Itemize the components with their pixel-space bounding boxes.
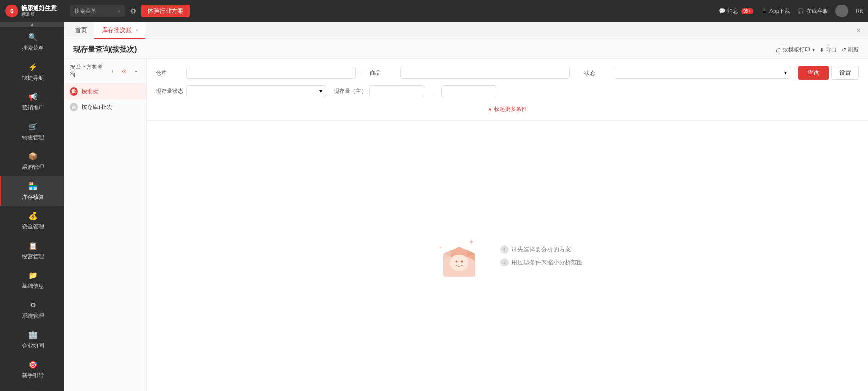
svg-point-5 (456, 261, 458, 263)
sidebar-label-basic: 基础信息 (22, 282, 44, 290)
sidebar-item-app-center[interactable]: 📱 应用中心 (0, 384, 64, 391)
step1-num: 1 (500, 245, 509, 254)
sidebar-label-system: 系统管理 (22, 312, 44, 320)
svg-point-4 (450, 255, 468, 271)
sidebar-item-sales[interactable]: 🛒 销售管理 (0, 116, 64, 146)
user-avatar[interactable] (835, 5, 848, 17)
search-menu-box[interactable]: 搜索菜单 ▾ (70, 5, 125, 17)
sidebar-icon-sales: 🛒 (27, 121, 38, 132)
filter-row-2: 现存量状态 ▾ 现存量（主） — (156, 85, 859, 97)
inventory-amount-label: 现存量（主） (334, 87, 367, 95)
tab-close-icon[interactable]: × (135, 27, 138, 33)
sidebar-icon-newbie: 🎯 (27, 359, 38, 370)
tab-inventory-batch-label: 库存批次账 (102, 26, 132, 34)
inventory-status-filter: 现存量状态 ▾ (156, 85, 326, 97)
content-area: 首页 库存批次账 × × 现存量查询(按批次) 🖨 按模板打印 ▾ (64, 22, 868, 391)
empty-text: 1 请先选择要分析的方案 2 用过滤条件来缩小分析范围 (500, 245, 583, 266)
sidebar-label-newbie: 新手引导 (22, 372, 44, 380)
sidebar-icon-inventory: 🏪 (27, 180, 38, 191)
main-layout: ▲ 🔍 搜索菜单 ⚡ 快捷导航 📢 营销推广 🛒 销售管理 📦 采购管理 🏪 库… (0, 22, 868, 391)
refresh-btn[interactable]: ↺ 刷新 (841, 46, 859, 54)
sidebar-label-purchase: 采购管理 (22, 163, 44, 171)
inventory-status-select[interactable]: ▾ (186, 85, 326, 97)
inventory-amount-to[interactable] (441, 85, 496, 97)
sidebar-item-finance[interactable]: 💰 资金管理 (0, 206, 64, 235)
sidebar: ▲ 🔍 搜索菜单 ⚡ 快捷导航 📢 营销推广 🛒 销售管理 📦 采购管理 🏪 库… (0, 22, 64, 391)
sidebar-item-search[interactable]: 🔍 搜索菜单 (0, 27, 64, 57)
step1-text: 请先选择要分析的方案 (511, 245, 571, 254)
product-more-icon[interactable]: ··· (572, 70, 577, 76)
sidebar-label-enterprise: 企业协同 (22, 342, 44, 350)
right-panel: 仓库 ··· 商品 ··· 状态 (147, 59, 868, 391)
sidebar-item-operations[interactable]: 📋 经营管理 (0, 235, 64, 265)
warehouse-label: 仓库 (156, 69, 183, 77)
warehouse-input[interactable] (186, 67, 356, 79)
print-icon: 🖨 (775, 47, 781, 53)
settings-icon-btn[interactable]: ⚙ (128, 6, 137, 16)
product-filter: 商品 ··· (370, 67, 577, 79)
company-name: 畅康通好生意 (21, 5, 57, 12)
logo-icon: 6 (5, 5, 18, 17)
collapse-left-panel-btn[interactable]: « (132, 66, 141, 76)
inventory-amount-from[interactable] (369, 85, 424, 97)
inventory-amount-dash: — (427, 88, 439, 95)
tab-close-panel-icon[interactable]: × (853, 27, 864, 35)
sidebar-label-operations: 经营管理 (22, 253, 44, 261)
print-btn[interactable]: 🖨 按模板打印 ▾ (775, 46, 815, 54)
export-btn[interactable]: ⬇ 导出 (819, 46, 837, 54)
print-label: 按模板打印 (783, 46, 810, 54)
sidebar-item-system[interactable]: ⚙ 系统管理 (0, 295, 64, 325)
sidebar-scroll-up[interactable]: ▲ (0, 22, 64, 27)
message-btn[interactable]: 💬 消息 99+ (719, 7, 753, 15)
sidebar-icon-marketing: 📢 (27, 91, 38, 102)
empty-step1: 1 请先选择要分析的方案 (500, 245, 583, 254)
sidebar-item-inventory[interactable]: 🏪 库存核算 (0, 176, 64, 206)
filter-actions: 查询 设置 (798, 66, 859, 80)
plan-item-plan1[interactable]: 批 按批次 (64, 84, 146, 99)
sidebar-label-sales: 销售管理 (22, 134, 44, 141)
sidebar-item-basic[interactable]: 📁 基础信息 (0, 265, 64, 295)
app-logo: 6 畅康通好生意 标准版 (5, 5, 70, 17)
sidebar-item-newbie[interactable]: 🎯 新手引导 (0, 354, 64, 384)
status-select[interactable]: ▾ (615, 67, 791, 79)
experience-btn[interactable]: 体验行业方案 (141, 5, 190, 17)
sidebar-item-marketing[interactable]: 📢 营销推广 (0, 87, 64, 116)
sidebar-item-purchase[interactable]: 📦 采购管理 (0, 146, 64, 176)
filter-area: 仓库 ··· 商品 ··· 状态 (147, 59, 868, 121)
plan-list: 批 按批次 ⊙ 按仓库+批次 (64, 84, 146, 115)
username-label: Rit (856, 8, 863, 14)
product-input[interactable] (400, 67, 570, 79)
tab-inventory-batch[interactable]: 库存批次账 × (94, 22, 145, 39)
export-icon: ⬇ (819, 47, 824, 53)
tab-home[interactable]: 首页 (68, 22, 94, 39)
settings-btn[interactable]: 设置 (831, 66, 859, 80)
edition-label: 标准版 (21, 12, 57, 17)
sidebar-item-enterprise[interactable]: 🏢 企业协同 (0, 325, 64, 354)
left-panel-header: 按以下方案查询 + ⊙ « (64, 59, 146, 84)
svg-point-6 (461, 261, 463, 263)
left-panel-header-actions: + ⊙ « (108, 66, 141, 76)
inventory-amount-filter: 现存量（主） — (334, 85, 504, 97)
add-plan-btn[interactable]: + (108, 66, 117, 76)
left-panel: 按以下方案查询 + ⊙ « 批 按批次 ⊙ 按仓库+批次 (64, 59, 147, 391)
plan-settings-btn[interactable]: ⊙ (120, 66, 129, 76)
svg-text:✦: ✦ (439, 245, 442, 250)
sidebar-label-inventory: 库存核算 (22, 193, 44, 201)
query-btn[interactable]: 查询 (798, 66, 829, 80)
status-filter: 状态 ▾ (584, 67, 791, 79)
refresh-icon: ↺ (841, 47, 846, 53)
sidebar-icon-basic: 📁 (27, 270, 38, 281)
message-label: 消息 (727, 7, 738, 15)
online-service-label: 在线客服 (806, 7, 828, 15)
app-download-btn[interactable]: 📱 App下载 (761, 7, 790, 15)
sidebar-item-quick-nav[interactable]: ⚡ 快捷导航 (0, 57, 64, 87)
online-service-btn[interactable]: 🎧 在线客服 (797, 7, 828, 15)
collapse-conditions-btn[interactable]: ∧ 收起更多条件 (156, 103, 859, 113)
filter-row-1: 仓库 ··· 商品 ··· 状态 (156, 66, 859, 80)
warehouse-more-icon[interactable]: ··· (358, 70, 363, 76)
left-panel-title: 按以下方案查询 (70, 63, 108, 79)
plan-item-plan2[interactable]: ⊙ 按仓库+批次 (64, 99, 146, 115)
plan-label-plan1: 按批次 (82, 88, 98, 96)
tabs-bar: 首页 库存批次账 × × (64, 22, 868, 39)
empty-state: ✦ ✦ 1 请先选择要分析的方案 (147, 121, 868, 391)
